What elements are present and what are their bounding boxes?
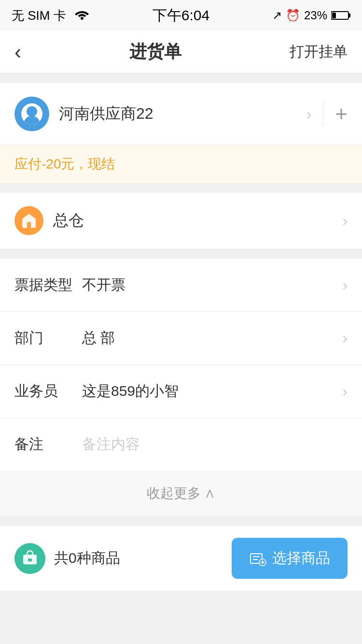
supplier-avatar	[14, 97, 49, 131]
notice-row: 应付-20元，现结	[0, 145, 362, 183]
alarm-icon: ⏰	[286, 9, 300, 22]
battery-icon	[331, 11, 350, 20]
page-content: 河南供应商22 › + 应付-20元，现结 总仓 › 票据类型 不开票	[0, 73, 362, 644]
remark-row[interactable]: 备注 备注内容	[0, 418, 362, 471]
chevron-right-icon: ›	[306, 105, 312, 123]
page-title: 进货单	[129, 40, 181, 64]
status-time: 下午6:04	[153, 6, 209, 26]
svg-rect-2	[332, 13, 336, 18]
svg-rect-5	[27, 222, 31, 228]
department-row[interactable]: 部门 总 部 ›	[0, 311, 362, 364]
nav-bar: ‹ 进货单 打开挂单	[0, 31, 362, 73]
department-label: 部门	[14, 328, 82, 348]
svg-marker-4	[22, 214, 36, 219]
select-product-button[interactable]: 选择商品	[232, 538, 348, 579]
back-button[interactable]: ‹	[14, 42, 21, 62]
warehouse-icon	[14, 206, 43, 235]
supplier-section: 河南供应商22 › + 应付-20元，现结	[0, 83, 362, 183]
remark-label: 备注	[14, 434, 82, 454]
salesperson-chevron-icon: ›	[342, 382, 348, 400]
warehouse-section: 总仓 ›	[0, 193, 362, 249]
collapse-label: 收起更多 ∧	[147, 484, 216, 503]
supplier-name: 河南供应商22	[59, 103, 306, 125]
bottom-bar: 共0种商品 选择商品	[0, 526, 362, 590]
avatar-body	[24, 116, 40, 125]
add-supplier-button[interactable]: +	[335, 103, 348, 125]
product-count-wrap: 共0种商品	[14, 543, 120, 574]
invoice-type-label: 票据类型	[14, 275, 82, 295]
department-chevron-icon: ›	[342, 329, 348, 347]
status-left: 无 SIM 卡 ⁨	[12, 7, 90, 24]
product-icon	[14, 543, 45, 574]
open-pending-button[interactable]: 打开挂单	[290, 42, 348, 62]
product-count-text: 共0种商品	[54, 548, 120, 568]
supplier-row[interactable]: 河南供应商22 › +	[0, 83, 362, 145]
battery-text: 23%	[304, 9, 327, 22]
warehouse-row[interactable]: 总仓 ›	[0, 193, 362, 249]
vertical-divider	[323, 102, 323, 126]
invoice-chevron-icon: ›	[342, 276, 348, 294]
warehouse-chevron-icon: ›	[342, 212, 348, 230]
invoice-type-value: 不开票	[82, 275, 342, 295]
salesperson-label: 业务员	[14, 381, 82, 401]
gap-3	[0, 249, 362, 258]
warehouse-name: 总仓	[53, 210, 342, 231]
department-value: 总 部	[82, 328, 342, 348]
gap-2	[0, 183, 362, 193]
avatar-head	[27, 106, 37, 117]
svg-rect-1	[348, 14, 350, 17]
wifi-icon	[74, 8, 90, 23]
invoice-type-row[interactable]: 票据类型 不开票 ›	[0, 258, 362, 311]
svg-rect-7	[28, 559, 32, 561]
select-product-label: 选择商品	[272, 548, 330, 568]
form-section: 票据类型 不开票 › 部门 总 部 › 业务员 这是859的小智 › 备注 备注…	[0, 258, 362, 471]
status-right: ↗ ⏰ 23%	[272, 9, 350, 22]
status-bar: 无 SIM 卡 ⁨ 下午6:04 ↗ ⏰ 23%	[0, 0, 362, 31]
gap-4	[0, 516, 362, 526]
avatar-inner	[21, 103, 42, 125]
no-sim-text: 无 SIM 卡 ⁨	[12, 7, 70, 24]
location-icon: ↗	[272, 9, 282, 22]
salesperson-value: 这是859的小智	[82, 381, 342, 401]
remark-placeholder[interactable]: 备注内容	[82, 434, 348, 454]
collapse-row[interactable]: 收起更多 ∧	[0, 471, 362, 516]
salesperson-row[interactable]: 业务员 这是859的小智 ›	[0, 364, 362, 418]
gap-1	[0, 73, 362, 83]
